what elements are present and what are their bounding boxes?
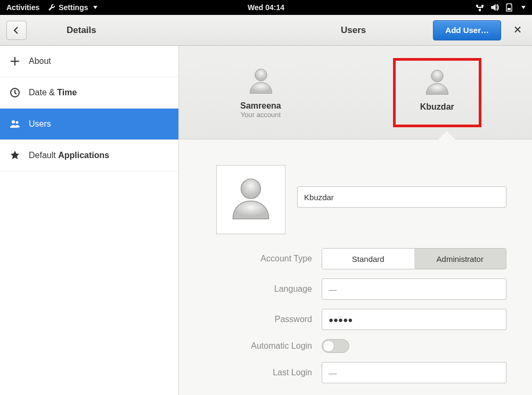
user-subtitle: Your account xyxy=(241,111,281,119)
sidebar-title: Details xyxy=(67,25,96,36)
field-label: Last Login xyxy=(216,368,312,377)
clock[interactable]: Wed 04:14 xyxy=(248,3,284,12)
svg-point-2 xyxy=(12,120,15,124)
field-label: Account Type xyxy=(216,254,312,264)
user-selector: Samreena Your account Kbuzdar xyxy=(179,46,532,139)
network-icon xyxy=(476,3,484,12)
avatar-picker[interactable] xyxy=(216,165,285,234)
account-type-toggle[interactable]: Standard Administrator xyxy=(322,248,506,269)
field-label: Language xyxy=(216,284,312,294)
wrench-icon xyxy=(47,3,55,12)
sidebar-item-label: About xyxy=(29,56,51,66)
sidebar-item-default-apps[interactable]: Default Applications xyxy=(0,140,178,171)
system-tray[interactable] xyxy=(476,3,526,12)
user-card-samreena[interactable]: Samreena Your account xyxy=(230,63,292,122)
field-label: Automatic Login xyxy=(216,341,312,351)
settings-menu[interactable]: Settings xyxy=(47,3,97,12)
sidebar-item-label: Default Applications xyxy=(29,151,109,160)
close-icon xyxy=(514,26,521,33)
user-card-kbuzdar[interactable]: Kbuzdar xyxy=(393,58,481,127)
star-icon xyxy=(10,150,20,161)
svg-point-6 xyxy=(241,179,261,199)
users-icon xyxy=(10,119,20,129)
page-title: Users xyxy=(341,25,366,36)
add-user-button[interactable]: Add User… xyxy=(433,20,501,40)
sidebar-item-users[interactable]: Users xyxy=(0,109,178,140)
battery-icon xyxy=(505,3,513,12)
sidebar-item-label: Users xyxy=(29,119,51,129)
password-field[interactable] xyxy=(322,309,506,330)
sidebar-item-about[interactable]: About xyxy=(0,46,178,77)
close-button[interactable] xyxy=(511,21,525,39)
field-label: Password xyxy=(216,315,312,324)
svg-rect-0 xyxy=(508,8,511,10)
sidebar: About Date & Time Users Default Applicat… xyxy=(0,46,179,395)
svg-point-3 xyxy=(16,121,19,124)
volume-icon xyxy=(490,3,499,12)
person-icon xyxy=(422,67,452,97)
activities-button[interactable]: Activities xyxy=(6,3,39,12)
svg-point-5 xyxy=(431,70,443,81)
user-name: Samreena xyxy=(240,101,281,111)
person-icon xyxy=(246,66,276,96)
language-field[interactable] xyxy=(322,278,506,300)
chevron-left-icon xyxy=(13,27,20,34)
automatic-login-switch[interactable] xyxy=(322,339,349,353)
avatar xyxy=(246,66,276,98)
clock-icon xyxy=(10,87,20,98)
plus-icon xyxy=(10,56,20,67)
sidebar-item-datetime[interactable]: Date & Time xyxy=(0,77,178,109)
last-login-field[interactable] xyxy=(322,362,506,383)
settings-window: Details Users Add User… About Date & Tim… xyxy=(0,15,532,395)
selection-pointer xyxy=(438,131,455,139)
full-name-field[interactable] xyxy=(297,186,506,208)
sidebar-item-label: Date & Time xyxy=(29,88,77,97)
headerbar: Details Users Add User… xyxy=(0,15,532,46)
settings-menu-label: Settings xyxy=(59,3,88,12)
avatar xyxy=(422,67,452,99)
main-pane: Samreena Your account Kbuzdar xyxy=(179,46,532,395)
chevron-down-icon xyxy=(93,6,97,9)
top-menubar: Activities Settings Wed 04:14 xyxy=(0,0,532,15)
account-type-standard[interactable]: Standard xyxy=(322,249,414,269)
chevron-down-icon xyxy=(521,6,526,9)
user-details: Account Type Standard Administrator Lang… xyxy=(179,139,532,395)
account-type-administrator[interactable]: Administrator xyxy=(414,249,506,269)
svg-point-4 xyxy=(255,69,266,81)
back-button[interactable] xyxy=(6,21,27,40)
user-name: Kbuzdar xyxy=(420,102,454,112)
person-icon xyxy=(226,174,275,223)
